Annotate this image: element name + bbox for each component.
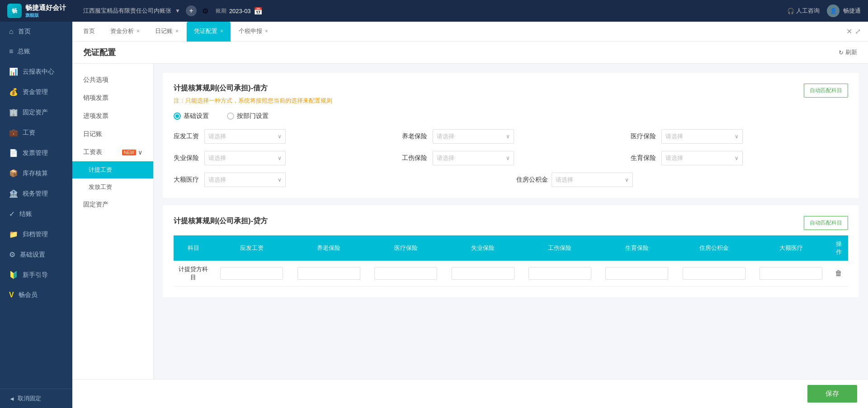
auto-match-credit-button[interactable]: 自动匹配科目 [804, 216, 848, 230]
tab-tax-filing[interactable]: 个税申报 × [231, 22, 275, 42]
close-icon[interactable]: × [175, 28, 179, 34]
tab-journal-label: 日记账 [155, 27, 173, 35]
select-unemployment[interactable]: 请选择 ∨ [204, 151, 286, 165]
input-unemployment[interactable] [452, 267, 514, 280]
save-button[interactable]: 保存 [807, 385, 857, 403]
inner-layout: 公共选项 销项发票 进项发票 日记账 工资表 NEW ∨ 计提工资 发放工资 固… [72, 64, 868, 379]
sidebar-item-invoice[interactable]: 📄 发票管理 [0, 143, 72, 163]
label-unemployment: 失业保险 [174, 154, 201, 162]
company-name: 江西服宝精品有限责任公司内账张 [83, 7, 171, 15]
logo-icon: 畅 [7, 4, 22, 18]
col-action: 操作 [830, 235, 848, 261]
select-medical[interactable]: 请选择 ∨ [661, 129, 743, 144]
select-injury[interactable]: 请选择 ∨ [433, 151, 514, 165]
settings-icon[interactable]: ⚙ [202, 7, 208, 15]
company-selector[interactable]: 江西服宝精品有限责任公司内账张 ▼ [83, 7, 180, 15]
consulting-button[interactable]: 🎧 人工咨询 [787, 7, 820, 15]
nav-accrue-salary[interactable]: 计提工资 [72, 161, 153, 178]
chevron-down-icon: ∨ [278, 177, 282, 183]
input-pension[interactable] [297, 267, 360, 280]
radio-basic-label: 基础设置 [184, 112, 209, 120]
sidebar: ⌂ 首页 ≡ 总账 📊 云报表中心 💰 资金管理 🏢 固定资产 💼 工资 📄 发… [0, 22, 72, 408]
select-gross-salary[interactable]: 请选择 ∨ [204, 129, 286, 144]
nav-pay-salary[interactable]: 发放工资 [72, 178, 153, 196]
close-icon[interactable]: × [220, 28, 223, 34]
add-button[interactable]: + [186, 5, 197, 16]
nav-sales-invoice[interactable]: 销项发票 [72, 89, 153, 107]
debit-section: 计提核算规则(公司承担)-借方 注：只能选择一种方式，系统将按照您当前的选择来配… [163, 73, 859, 198]
radio-basic-setting[interactable]: 基础设置 [174, 112, 209, 120]
sidebar-item-guide[interactable]: 🔰 新手引导 [0, 265, 72, 285]
sidebar-item-funds[interactable]: 💰 资金管理 [0, 82, 72, 102]
period-area: 账期 2023-03 📅 [216, 7, 263, 15]
window-maximize-icon[interactable]: ⤢ [855, 27, 861, 36]
nav-fixed-assets[interactable]: 固定资产 [72, 196, 153, 214]
logo-text-area: 畅捷通好会计 旗舰版 [25, 4, 66, 19]
select-maternity[interactable]: 请选择 ∨ [661, 151, 743, 165]
label-maternity: 生育保险 [631, 154, 658, 162]
auto-match-debit-button[interactable]: 自动匹配科目 [804, 84, 848, 98]
input-gross[interactable] [220, 267, 283, 280]
delete-row-icon[interactable]: 🗑 [835, 269, 842, 277]
sidebar-item-inventory[interactable]: 📦 库存核算 [0, 163, 72, 183]
nav-payroll-table[interactable]: 工资表 NEW ∨ [72, 143, 153, 161]
input-housing[interactable] [683, 267, 745, 280]
nav-payroll-label: 工资表 [83, 148, 102, 156]
col-housing-fund: 住房公积金 [675, 235, 752, 261]
tab-voucher-config[interactable]: 凭证配置 × [187, 22, 231, 42]
top-bar-actions: 🎧 人工咨询 👤 畅捷通 [787, 5, 861, 17]
sidebar-item-ledger[interactable]: ≡ 总账 [0, 42, 72, 61]
tab-journal[interactable]: 日记账 × [148, 22, 186, 42]
headset-icon: 🎧 [787, 8, 794, 14]
nav-public-options[interactable]: 公共选项 [72, 71, 153, 89]
refresh-button[interactable]: ↻ 刷新 [839, 48, 857, 56]
placeholder-large-medical: 请选择 [208, 176, 226, 184]
cell-maternity [599, 261, 675, 286]
user-area[interactable]: 👤 畅捷通 [827, 5, 861, 17]
input-maternity[interactable] [605, 267, 668, 280]
sidebar-item-close[interactable]: ✓ 结账 [0, 204, 72, 224]
content-area: 首页 资金分析 × 日记账 × 凭证配置 × 个税申报 × ✕ ⤢ [72, 22, 868, 408]
nav-purchase-invoice[interactable]: 进项发票 [72, 107, 153, 125]
tax-icon: 🏦 [9, 189, 18, 198]
select-large-medical[interactable]: 请选择 ∨ [204, 173, 286, 187]
sidebar-item-home[interactable]: ⌂ 首页 [0, 22, 72, 42]
cancel-fixed-button[interactable]: ◄ 取消固定 [0, 389, 72, 408]
close-icon[interactable]: × [137, 28, 140, 34]
app-name: 畅捷通好会计 [25, 4, 66, 12]
debit-section-note: 注：只能选择一种方式，系统将按照您当前的选择来配置规则 [174, 97, 332, 105]
radio-dept-setting[interactable]: 按部门设置 [227, 112, 269, 120]
input-injury[interactable] [528, 267, 591, 280]
field-maternity: 生育保险 请选择 ∨ [631, 151, 848, 165]
page-header: 凭证配置 ↻ 刷新 [72, 42, 868, 64]
tab-fund-analysis[interactable]: 资金分析 × [103, 22, 147, 42]
chevron-down-icon: ▼ [175, 8, 180, 14]
nav-journal[interactable]: 日记账 [72, 125, 153, 143]
input-medical[interactable] [374, 267, 437, 280]
sidebar-item-salary[interactable]: 💼 工资 [0, 122, 72, 143]
input-large-medical[interactable] [760, 267, 822, 280]
select-pension[interactable]: 请选择 ∨ [433, 129, 514, 144]
tab-home[interactable]: 首页 [76, 22, 102, 42]
close-icon[interactable]: × [265, 28, 268, 34]
sidebar-label-tax: 税务管理 [23, 190, 48, 198]
cell-action: 🗑 [830, 261, 848, 286]
calendar-icon[interactable]: 📅 [254, 7, 263, 15]
right-content: 计提核算规则(公司承担)-借方 注：只能选择一种方式，系统将按照您当前的选择来配… [154, 64, 868, 379]
chevron-down-icon: ∨ [278, 155, 282, 161]
cell-large-medical [753, 261, 830, 286]
tab-bar: 首页 资金分析 × 日记账 × 凭证配置 × 个税申报 × ✕ ⤢ [72, 22, 868, 42]
label-medical: 医疗保险 [631, 132, 658, 141]
label-pension: 养老保险 [402, 132, 429, 141]
window-close-icon[interactable]: ✕ [846, 27, 852, 36]
cell-medical [367, 261, 444, 286]
sidebar-item-assets[interactable]: 🏢 固定资产 [0, 102, 72, 122]
sidebar-item-reports[interactable]: 📊 云报表中心 [0, 61, 72, 82]
sidebar-item-vip[interactable]: V 畅会员 [0, 285, 72, 305]
sidebar-item-archive[interactable]: 📁 归档管理 [0, 224, 72, 244]
form-row-2: 失业保险 请选择 ∨ 工伤保险 请选择 ∨ [174, 151, 848, 165]
select-housing-fund[interactable]: 请选择 ∨ [552, 173, 633, 187]
sidebar-item-settings[interactable]: ⚙ 基础设置 [0, 244, 72, 265]
sidebar-item-tax[interactable]: 🏦 税务管理 [0, 183, 72, 204]
credit-section-title: 计提核算规则(公司承担)-贷方 [174, 216, 268, 226]
